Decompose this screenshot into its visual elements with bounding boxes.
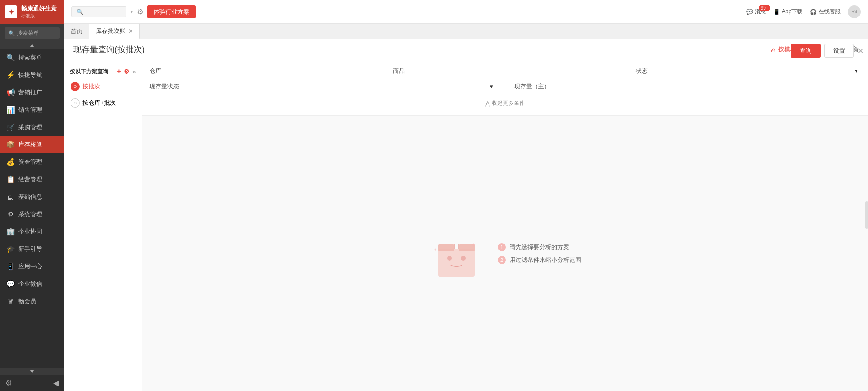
sidebar-item-label-enterprise: 企业协同: [18, 228, 58, 236]
filter-panel-actions: + ⚙ «: [117, 67, 136, 76]
tab-bar: 首页 库存批次账 ✕: [64, 24, 868, 39]
svg-point-5: [447, 256, 452, 261]
stock-qty-to[interactable]: [613, 81, 659, 92]
stock-status-select[interactable]: ▾: [183, 81, 496, 92]
sidebar-item-label-marketing: 营销推广: [18, 88, 58, 97]
app-name: 畅康通好生意: [21, 5, 57, 13]
schema-batch[interactable]: ⊙ 按批次: [64, 78, 142, 95]
operation-nav-icon: 📋: [6, 175, 15, 184]
schema-warehouse-batch-label: 按仓库+批次: [82, 99, 116, 107]
empty-text-block: 1 请先选择要分析的方案 2 用过滤条件来缩小分析范围: [498, 243, 581, 264]
status-label: 状态: [636, 67, 651, 75]
topbar-app-download[interactable]: 📱 App下载: [773, 8, 802, 16]
sidebar-search-area[interactable]: 🔍 搜索菜单: [0, 24, 64, 43]
sidebar-item-enterprise[interactable]: 🏢 企业协同: [0, 223, 64, 240]
query-button[interactable]: 查询: [791, 44, 821, 58]
sidebar-item-inventory[interactable]: 📦 库存核算: [0, 136, 64, 153]
product-input[interactable]: [408, 65, 608, 76]
warehouse-input[interactable]: [165, 65, 364, 76]
topbar-search[interactable]: 🔍: [71, 6, 126, 17]
message-icon: 💬: [746, 9, 753, 15]
avatar-text: Rit: [852, 9, 857, 14]
topbar-online-service[interactable]: 🎧 在线客服: [810, 8, 841, 16]
product-dots[interactable]: ···: [608, 67, 617, 75]
sidebar-item-label-quick: 快捷导航: [18, 71, 58, 79]
page-header: 现存量查询(按批次) 🖨 按模板打印 ▾ ↑ 导出 ↺ 刷新 查询 设置: [64, 39, 868, 60]
sidebar-item-label-finance: 资金管理: [18, 158, 58, 166]
stock-qty-label: 现存量（主）: [514, 82, 554, 91]
topbar-message[interactable]: 💬 消息 99+: [746, 8, 766, 16]
empty-hint-label-1: 请先选择要分析的方案: [510, 243, 569, 251]
sidebar-item-finance[interactable]: 💰 资金管理: [0, 153, 64, 171]
schema-batch-icon: ⊙: [71, 82, 80, 91]
inventory-nav-icon: 📦: [6, 141, 15, 149]
collapse-more-btn[interactable]: ⋀ 收起更多条件: [149, 97, 861, 110]
sidebar-item-purchase[interactable]: 🛒 采购管理: [0, 119, 64, 136]
filter-stock-status: 现存量状态 ▾: [149, 81, 496, 92]
empty-hint-2: 2 用过滤条件来缩小分析范围: [498, 256, 581, 264]
svg-text:✦: ✦: [434, 247, 437, 252]
topbar-gear-icon[interactable]: ⚙: [137, 7, 143, 16]
sidebar-item-newbie[interactable]: 🎓 新手引导: [0, 240, 64, 258]
settings-footer-icon[interactable]: ⚙: [5, 379, 12, 387]
schema-collapse-icon[interactable]: «: [132, 68, 136, 75]
filter-panel: 按以下方案查询 + ⚙ « ⊙ 按批次 ⊙: [64, 60, 142, 391]
warehouse-dots[interactable]: ···: [364, 67, 374, 75]
collapse-footer-icon[interactable]: ◀: [53, 379, 59, 387]
sidebar-item-app[interactable]: 📱 应用中心: [0, 258, 64, 275]
sidebar-item-system[interactable]: ⚙ 系统管理: [0, 206, 64, 223]
stock-status-label: 现存量状态: [149, 82, 183, 91]
sidebar-item-label-inventory: 库存核算: [18, 141, 58, 149]
filter-status: 状态 ▾: [636, 65, 861, 76]
collapse-more-label: 收起更多条件: [492, 99, 525, 107]
right-scrollbar[interactable]: [865, 201, 868, 229]
empty-hint-label-2: 用过滤条件来缩小分析范围: [510, 256, 581, 264]
sidebar-scroll-down[interactable]: [0, 368, 64, 375]
filter-panel-header: 按以下方案查询 + ⚙ «: [64, 65, 142, 78]
topbar-avatar[interactable]: Rit: [848, 5, 861, 18]
empty-illustration: ✦ ✦: [429, 226, 484, 281]
app-nav-icon: 📱: [6, 262, 15, 271]
sidebar-item-marketing[interactable]: 📢 营销推广: [0, 84, 64, 101]
tab-home[interactable]: 首页: [64, 24, 89, 39]
schema-batch-label: 按批次: [82, 82, 100, 91]
schema-warehouse-batch[interactable]: ⊙ 按仓库+批次: [64, 95, 142, 111]
message-badge: 99+: [759, 5, 770, 11]
sidebar-header: ✦ 畅康通好生意 标准版: [0, 0, 64, 24]
sidebar-search-input[interactable]: 🔍 搜索菜单: [5, 27, 60, 39]
sidebar-item-basic[interactable]: 🗂 基础信息: [0, 188, 64, 206]
topbar-search-icon: 🔍: [77, 9, 83, 15]
query-filters: 仓库 ··· 商品 ··· 状态: [142, 60, 868, 116]
sidebar-item-member[interactable]: ♛ 畅会员: [0, 293, 64, 310]
add-schema-icon[interactable]: +: [117, 67, 121, 76]
wechat-nav-icon: 💬: [6, 280, 15, 288]
close-panel-button[interactable]: ✕: [857, 47, 863, 55]
tab-batch[interactable]: 库存批次账 ✕: [89, 24, 140, 39]
page-title: 现存量查询(按批次): [73, 44, 145, 55]
status-select[interactable]: ▾: [651, 65, 861, 76]
stock-qty-from[interactable]: [554, 81, 599, 92]
sidebar-item-label-operation: 经营管理: [18, 175, 58, 184]
sidebar-item-operation[interactable]: 📋 经营管理: [0, 171, 64, 188]
empty-icon-svg: ✦ ✦: [429, 226, 484, 281]
stock-status-chevron: ▾: [490, 83, 493, 90]
sidebar-item-search[interactable]: 🔍 搜索菜单: [0, 49, 64, 66]
schema-settings-icon[interactable]: ⚙: [124, 68, 130, 75]
filter-row-1: 仓库 ··· 商品 ··· 状态: [149, 65, 861, 76]
empty-state: ✦ ✦ 1 请先选择要分析的方案 2 用过滤条件来缩小分析范围: [142, 116, 868, 391]
status-select-chevron: ▾: [855, 67, 858, 74]
topbar: 🔍 ▾ ⚙ 体验行业方案 💬 消息 99+ 📱 App下载 🎧 在线客服: [64, 0, 868, 24]
topbar-dropdown-icon[interactable]: ▾: [130, 8, 133, 15]
sidebar-scroll-up[interactable]: [0, 43, 64, 49]
sidebar-item-wechat[interactable]: 💬 企业微信: [0, 275, 64, 293]
sidebar-item-sales[interactable]: 📊 销售管理: [0, 101, 64, 119]
enterprise-nav-icon: 🏢: [6, 228, 15, 236]
tab-batch-close[interactable]: ✕: [128, 28, 133, 34]
empty-hint-1: 1 请先选择要分析的方案: [498, 243, 581, 251]
settings-button[interactable]: 设置: [824, 44, 854, 58]
schema-warehouse-batch-icon: ⊙: [71, 98, 80, 108]
industry-btn[interactable]: 体验行业方案: [147, 5, 196, 18]
warehouse-label: 仓库: [149, 67, 165, 75]
sidebar-item-quick[interactable]: ⚡ 快捷导航: [0, 66, 64, 84]
sidebar-nav: 🔍 搜索菜单 ⚡ 快捷导航 📢 营销推广 📊 销售管理 🛒 采购管理 📦 库存核…: [0, 49, 64, 368]
